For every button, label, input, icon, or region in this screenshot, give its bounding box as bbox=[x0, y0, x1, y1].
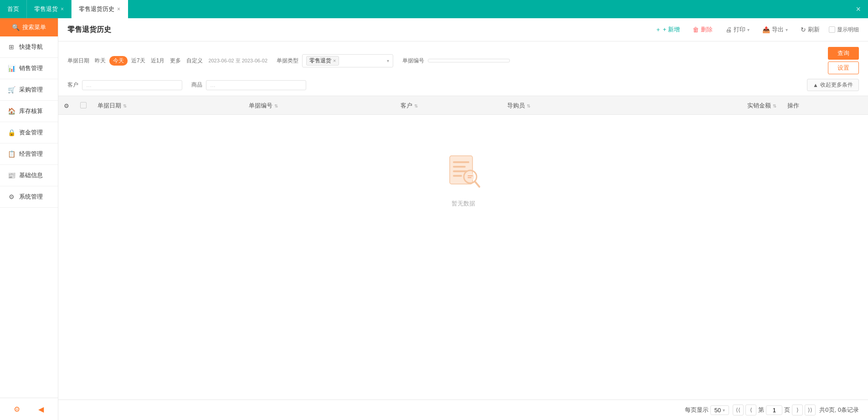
sidebar-item-system-mgmt[interactable]: ⚙ 系统管理 bbox=[0, 186, 58, 208]
prev-page-button[interactable]: ⟨ bbox=[745, 405, 756, 415]
inventory-icon: 🏠 bbox=[7, 107, 15, 115]
system-icon: ⚙ bbox=[7, 193, 15, 201]
main-layout: 🔍 搜索菜单 ⊞ 快捷导航 📊 销售管理 🛒 采购管理 🏠 库存核算 🔒 bbox=[0, 18, 868, 420]
date-btn-month[interactable]: 近1月 bbox=[149, 56, 167, 66]
select-all-checkbox[interactable] bbox=[80, 102, 87, 108]
th-settings[interactable]: ⚙ bbox=[58, 97, 75, 115]
sidebar-item-operations-label: 经营管理 bbox=[19, 150, 43, 158]
th-date-sort[interactable]: 单据日期 ⇅ bbox=[98, 102, 238, 110]
page-word-di: 第 bbox=[758, 406, 764, 414]
date-filter-buttons: 昨天 今天 近7天 近1月 更多 自定义 bbox=[93, 56, 205, 66]
th-doc-no-sort[interactable]: 单据编号 ⇅ bbox=[249, 102, 389, 110]
doc-type-filter-group: 单据类型 零售退货 × ▾ bbox=[277, 54, 393, 67]
first-page-button[interactable]: ⟨⟨ bbox=[733, 405, 744, 415]
filter-row-2: 客户 … 商品 … ▲ 收起更多条件 bbox=[67, 79, 859, 91]
collapse-sidebar-icon[interactable]: ◀ bbox=[35, 403, 47, 415]
header-actions: ＋ + 新增 🗑 删除 🖨 打印 ▾ 📤 导出 ▾ bbox=[652, 24, 859, 36]
filter-action-buttons: 查询 设置 bbox=[828, 47, 859, 74]
customer-placeholder: … bbox=[86, 82, 92, 88]
page-number-input[interactable] bbox=[766, 405, 782, 415]
export-icon: 📤 bbox=[762, 26, 770, 33]
tab-retail-return-close[interactable]: × bbox=[61, 6, 64, 12]
date-btn-custom[interactable]: 自定义 bbox=[185, 56, 205, 66]
sidebar-search-button[interactable]: 🔍 搜索菜单 bbox=[0, 18, 58, 36]
print-arrow-icon: ▾ bbox=[747, 27, 750, 32]
new-label: + 新增 bbox=[663, 26, 680, 34]
th-customer-sort[interactable]: 客户 ⇅ bbox=[401, 102, 496, 110]
date-btn-more[interactable]: 更多 bbox=[168, 56, 183, 66]
doc-type-tag-close[interactable]: × bbox=[333, 58, 336, 63]
page-title: 零售退货历史 bbox=[67, 25, 111, 35]
page-word: 页 bbox=[784, 406, 790, 414]
sidebar-item-quick-nav-label: 快捷导航 bbox=[19, 43, 43, 51]
empty-text: 暂无数据 bbox=[452, 200, 475, 208]
empty-state-icon bbox=[443, 151, 484, 192]
doc-type-value: 零售退货 bbox=[309, 57, 331, 65]
customer-label: 客户 bbox=[67, 81, 78, 89]
delete-button[interactable]: 🗑 删除 bbox=[689, 24, 716, 36]
data-table: ⚙ 单据日期 ⇅ 单据编号 bbox=[58, 97, 868, 244]
empty-state: 暂无数据 bbox=[58, 115, 868, 244]
finance-icon: 🔒 bbox=[7, 128, 15, 137]
refresh-icon: ↻ bbox=[801, 26, 806, 33]
tab-retail-return[interactable]: 零售退货 × bbox=[27, 0, 72, 18]
search-icon: 🔍 bbox=[12, 24, 20, 31]
th-guide-sort[interactable]: 导购员 ⇅ bbox=[507, 102, 625, 110]
sidebar-item-inventory[interactable]: 🏠 库存核算 bbox=[0, 101, 58, 122]
total-text: 共0页, 0条记录 bbox=[819, 406, 859, 414]
export-arrow-icon: ▾ bbox=[786, 27, 788, 32]
date-range-display: 2023-06-02 至 2023-06-02 bbox=[208, 57, 267, 64]
page-size-dropdown[interactable]: 50 ▾ bbox=[710, 405, 729, 415]
new-button[interactable]: ＋ + 新增 bbox=[652, 24, 683, 36]
pagination-bar: 每页显示 50 ▾ ⟨⟨ ⟨ 第 页 ⟩ ⟩⟩ 共0页, 0条记录 bbox=[58, 400, 868, 420]
date-btn-yesterday[interactable]: 昨天 bbox=[93, 56, 108, 66]
page-size-selector: 每页显示 50 ▾ bbox=[685, 405, 729, 415]
customer-input[interactable]: … bbox=[82, 80, 182, 90]
tab-bar: 首页 零售退货 × 零售退货历史 × bbox=[0, 0, 856, 18]
refresh-button[interactable]: ↻ 刷新 bbox=[797, 24, 823, 36]
th-amount-sort[interactable]: 实销金额 ⇅ bbox=[636, 102, 776, 110]
top-bar: 首页 零售退货 × 零售退货历史 × × bbox=[0, 0, 868, 18]
sidebar-item-sales-mgmt[interactable]: 📊 销售管理 bbox=[0, 58, 58, 79]
sidebar-item-basic-info[interactable]: 📰 基础信息 bbox=[0, 165, 58, 186]
basic-info-icon: 📰 bbox=[7, 171, 15, 179]
last-page-button[interactable]: ⟩⟩ bbox=[805, 405, 816, 415]
tab-retail-return-history-close[interactable]: × bbox=[117, 6, 120, 12]
query-button[interactable]: 查询 bbox=[828, 47, 859, 60]
tab-retail-return-history[interactable]: 零售退货历史 × bbox=[72, 0, 128, 18]
show-detail-check-box[interactable] bbox=[829, 26, 835, 33]
filter-row-1: 单据日期 昨天 今天 近7天 近1月 更多 自定义 2023-06-02 至 2… bbox=[67, 47, 859, 74]
sidebar-search-label: 搜索菜单 bbox=[22, 23, 46, 31]
goods-input[interactable]: … bbox=[206, 80, 306, 90]
th-guide-label: 导购员 bbox=[507, 102, 525, 110]
sidebar-item-purchase-mgmt[interactable]: 🛒 采购管理 bbox=[0, 79, 58, 101]
sidebar-item-quick-nav[interactable]: ⊞ 快捷导航 bbox=[0, 36, 58, 58]
svg-rect-4 bbox=[453, 175, 462, 177]
delete-icon: 🗑 bbox=[693, 26, 699, 33]
filter-settings-button[interactable]: 设置 bbox=[828, 61, 859, 74]
collapse-filter-button[interactable]: ▲ 收起更多条件 bbox=[807, 79, 859, 91]
sidebar-item-inventory-label: 库存核算 bbox=[19, 107, 43, 115]
sidebar-item-operations[interactable]: 📋 经营管理 bbox=[0, 143, 58, 165]
th-checkbox[interactable] bbox=[75, 97, 92, 115]
sidebar-item-system-label: 系统管理 bbox=[19, 193, 43, 201]
gear-icon: ⚙ bbox=[64, 102, 69, 109]
doc-no-label: 单据编号 bbox=[402, 57, 424, 65]
next-page-button[interactable]: ⟩ bbox=[792, 405, 803, 415]
doc-no-input[interactable] bbox=[428, 59, 510, 62]
print-button[interactable]: 🖨 打印 ▾ bbox=[722, 24, 753, 36]
tab-home[interactable]: 首页 bbox=[0, 0, 27, 18]
date-filter-group: 单据日期 昨天 今天 近7天 近1月 更多 自定义 2023-06-02 至 2… bbox=[67, 56, 267, 66]
date-btn-today[interactable]: 今天 bbox=[109, 56, 128, 66]
doc-type-select[interactable]: 零售退货 × ▾ bbox=[302, 54, 393, 67]
export-button[interactable]: 📤 导出 ▾ bbox=[759, 24, 791, 36]
tab-retail-return-history-label: 零售退货历史 bbox=[79, 5, 114, 13]
table-header: ⚙ 单据日期 ⇅ 单据编号 bbox=[58, 97, 868, 115]
window-close-button[interactable]: × bbox=[856, 5, 861, 14]
sidebar-item-finance[interactable]: 🔒 资金管理 bbox=[0, 122, 58, 143]
svg-rect-1 bbox=[453, 161, 469, 163]
settings-bottom-icon[interactable]: ⚙ bbox=[10, 403, 23, 415]
table-header-row: ⚙ 单据日期 ⇅ 单据编号 bbox=[58, 97, 868, 115]
show-detail-checkbox[interactable]: 显示明细 bbox=[829, 26, 859, 34]
date-btn-week[interactable]: 近7天 bbox=[129, 56, 147, 66]
